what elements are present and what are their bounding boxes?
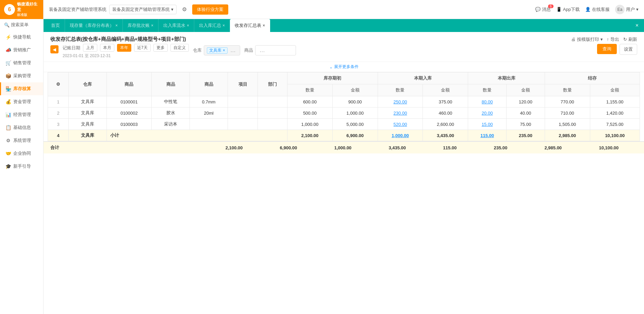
sidebar-item-guide[interactable]: 🎓 新手引导 (0, 160, 43, 173)
cell-bal-amt: 1,155.00 (590, 96, 640, 108)
page-title: 收发存汇总表(按仓库+商品编码+商品+规格型号+项目+部门) (50, 36, 186, 43)
trial-button[interactable]: 体验行业方案 (192, 4, 228, 15)
footer-label: 合计 (50, 145, 207, 151)
basic-info-icon: 📋 (5, 125, 11, 130)
sidebar-item-enterprise[interactable]: 🤝 企业协同 (0, 147, 43, 160)
system-name: 装备及固定资产辅助管理系统 (49, 6, 106, 13)
col-spec: 商品 (189, 72, 228, 96)
warehouse-more-icon[interactable]: … (229, 47, 237, 54)
sidebar: 6 畅捷通好生意 标准版 🔍 搜索菜单 ⚡ 快捷导航 📣 营销推广 🛒 销售管理… (0, 0, 44, 314)
close-all-tabs-button[interactable]: × (633, 22, 641, 29)
sidebar-item-quick-nav[interactable]: ⚡ 快捷导航 (0, 31, 43, 44)
cell-warehouse: 文具库 (69, 119, 106, 130)
dropdown-arrow-icon: ▾ (171, 7, 174, 12)
subtotal-in-qty[interactable]: 1,000.00 (378, 130, 423, 141)
warehouse-selector[interactable]: 文具库 × … (204, 45, 240, 55)
sidebar-item-finance[interactable]: 💰 资金管理 (0, 95, 43, 108)
search-icon: 🔍 (4, 22, 10, 28)
col-open-amt: 金额 (332, 84, 378, 96)
sidebar-item-purchase[interactable]: 📦 采购管理 (0, 69, 43, 82)
tab-inout-summary[interactable]: 出入库汇总 × (194, 19, 230, 32)
col-open-qty: 数量 (287, 84, 332, 96)
tab-close-inventory-dist[interactable]: × (115, 23, 118, 28)
sidebar-item-basic-info[interactable]: 📋 基础信息 (0, 121, 43, 134)
tab-close-inout-summary[interactable]: × (222, 23, 225, 28)
system-dropdown[interactable]: 装备及固定资产辅助管理系统 ▾ (109, 5, 177, 14)
tab-close-inout-flow[interactable]: × (187, 23, 189, 28)
footer-open-qty: 2,100.00 (226, 145, 243, 150)
print-template-button[interactable]: 🖨 按模版打印 ▾ (571, 36, 603, 43)
query-button[interactable]: 查询 (597, 44, 617, 54)
col-in-qty: 数量 (378, 84, 423, 96)
period-last-7-days[interactable]: 近7天 (134, 44, 151, 52)
refresh-icon: ↻ (623, 37, 627, 42)
subtotal-warehouse: 文具库 (69, 130, 106, 141)
period-more[interactable]: 更多 (153, 44, 168, 52)
table-footer: 合计 2,100.00 6,900.00 1,000.00 3,435.00 1… (44, 141, 644, 153)
tab-collect-summary[interactable]: 收发存汇总表 × (230, 19, 270, 32)
summary-table: ⚙ 仓库 商品 商品 商品 项目 部门 库存期初 本期入库 本期出库 结存 数量 (48, 72, 640, 141)
cell-bal-amt: 1,420.00 (590, 108, 640, 119)
sales-icon: 🛒 (5, 60, 11, 66)
period-custom[interactable]: 自定义 (170, 44, 189, 52)
tab-inout-flow[interactable]: 出入库流水 × (159, 19, 194, 32)
footer-out-amt: 235.00 (494, 145, 507, 150)
cell-spec (189, 119, 228, 130)
cell-in-qty[interactable]: 520.00 (378, 119, 423, 130)
cell-open-qty: 500.00 (287, 108, 332, 119)
period-this-year[interactable]: 本年 (117, 44, 131, 52)
cell-spec: 0.7mm (189, 96, 228, 108)
sidebar-nav: ⚡ 快捷导航 📣 营销推广 🛒 销售管理 📦 采购管理 🏪 库存核算 💰 资金管… (0, 31, 43, 314)
cell-open-amt: 1,000.00 (332, 108, 378, 119)
search-menu[interactable]: 🔍 搜索菜单 (0, 19, 43, 31)
sidebar-item-marketing[interactable]: 📣 营销推广 (0, 44, 43, 56)
sidebar-item-inventory[interactable]: 🏪 库存核算 (0, 82, 43, 95)
sidebar-item-system[interactable]: ⚙ 系统管理 (0, 134, 43, 147)
expand-conditions-button[interactable]: ⌄ 展开更多条件 (329, 64, 359, 70)
user-menu[interactable]: Ea 用户 ▾ (615, 5, 639, 14)
export-button[interactable]: ↑ 导出 (607, 36, 620, 43)
refresh-button[interactable]: ↻ 刷新 (623, 36, 637, 43)
period-last-month[interactable]: 上月 (83, 44, 97, 52)
cell-out-amt: 40.00 (507, 108, 545, 119)
app-download-button[interactable]: 📱 App下载 (556, 6, 580, 13)
warehouse-label: 仓库 (193, 47, 202, 53)
col-department: 部门 (258, 72, 287, 96)
subtotal-out-qty[interactable]: 115.00 (468, 130, 507, 141)
warehouse-tag-close[interactable]: × (223, 48, 225, 53)
tab-close-batch-ledger[interactable]: × (151, 23, 153, 28)
cell-out-qty[interactable]: 80.00 (468, 96, 507, 108)
col-out-qty: 数量 (468, 84, 507, 96)
settings-icon[interactable]: ⚙ (179, 4, 189, 15)
period-this-month[interactable]: 本月 (100, 44, 114, 52)
goods-more-icon[interactable]: … (258, 47, 266, 54)
sidebar-item-operations[interactable]: 📊 经营管理 (0, 108, 43, 121)
tab-inventory-dist[interactable]: 现存量（库存分布表） × (65, 19, 123, 32)
sidebar-item-sales[interactable]: 🛒 销售管理 (0, 56, 43, 69)
filter-collapse-button[interactable]: ◀ (50, 45, 59, 53)
tab-close-collect-summary[interactable]: × (263, 23, 265, 28)
goods-selector[interactable]: … (255, 45, 296, 55)
subtotal-label: 小计 (106, 130, 287, 141)
online-service-button[interactable]: 👤 在线客服 (585, 6, 610, 13)
cell-name: 胶水 (152, 108, 189, 119)
table-row: 2 文具库 0100002 胶水 20ml 500.00 1,000.00 23… (48, 108, 640, 119)
cell-in-qty[interactable]: 250.00 (378, 96, 423, 108)
col-group-out: 本期出库 (468, 72, 545, 84)
message-button[interactable]: 💬 消息 6 (535, 6, 551, 13)
cell-in-qty[interactable]: 230.00 (378, 108, 423, 119)
cell-out-qty[interactable]: 20.00 (468, 108, 507, 119)
cell-open-amt: 900.00 (332, 96, 378, 108)
tab-home[interactable]: 首页 (46, 19, 65, 32)
warehouse-tag: 文具库 × (207, 47, 228, 54)
filter-settings-button[interactable]: 设置 (620, 44, 637, 55)
tab-batch-ledger[interactable]: 库存批次账 × (123, 19, 159, 32)
col-warehouse: 仓库 (69, 72, 106, 96)
col-group-open: 库存期初 (287, 72, 378, 84)
cell-open-qty: 1,000.00 (287, 119, 332, 130)
cell-bal-amt: 7,525.00 (590, 119, 640, 130)
filter-actions: 查询 设置 (597, 44, 637, 55)
cell-out-qty[interactable]: 15.00 (468, 119, 507, 130)
expand-conditions-row[interactable]: ⌄ 展开更多条件 (44, 62, 644, 72)
cell-bal-qty: 1,505.00 (545, 119, 590, 130)
